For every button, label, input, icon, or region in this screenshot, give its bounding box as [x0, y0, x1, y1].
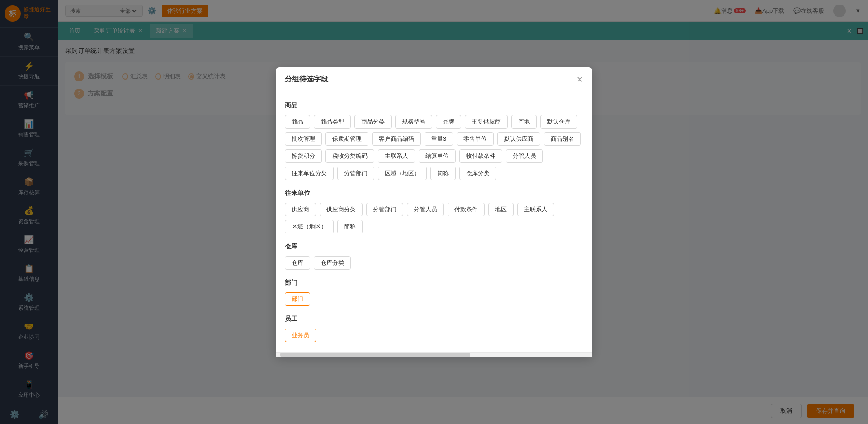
- field-chip-region-area[interactable]: 区域（地区）: [378, 167, 427, 180]
- field-chip-weight3[interactable]: 重量3: [425, 132, 453, 146]
- section-title-goods: 商品: [285, 101, 583, 110]
- field-chip-pick-points[interactable]: 拣货积分: [285, 149, 322, 163]
- field-chip-interunit-category[interactable]: 往来单位分类: [285, 167, 334, 180]
- modal-header: 分组待选字段 ✕: [276, 67, 592, 92]
- section-title-employee: 员工: [285, 315, 583, 323]
- field-chip-goods-type[interactable]: 商品类型: [314, 115, 351, 129]
- field-chip-default-warehouse[interactable]: 默认仓库: [540, 115, 577, 129]
- field-chip-manager[interactable]: 分管人员: [506, 149, 543, 163]
- field-chip-manager2[interactable]: 分管人员: [407, 203, 444, 216]
- field-chip-payment-cond[interactable]: 付款条件: [448, 203, 485, 216]
- field-grid-counterpart: 供应商供应商分类分管部门分管人员付款条件地区主联系人区域（地区）简称: [285, 203, 583, 233]
- modal-title: 分组待选字段: [285, 75, 328, 84]
- section-title-warehouse: 仓库: [285, 243, 583, 251]
- field-grid-department: 部门: [285, 292, 583, 306]
- field-chip-warehouse[interactable]: 仓库: [285, 256, 310, 270]
- field-chip-spec-type[interactable]: 规格型号: [395, 115, 432, 129]
- field-chip-main-supplier[interactable]: 主要供应商: [465, 115, 508, 129]
- section-title-counterpart: 往来单位: [285, 189, 583, 197]
- field-chip-goods-category[interactable]: 商品分类: [354, 115, 392, 129]
- field-chip-batch-mgmt[interactable]: 批次管理: [285, 132, 322, 146]
- field-chip-settlement-unit[interactable]: 结算单位: [419, 149, 456, 163]
- field-chip-region2[interactable]: 地区: [488, 203, 514, 216]
- field-chip-warehouse-cat[interactable]: 仓库分类: [314, 256, 351, 270]
- field-chip-dept-manage[interactable]: 分管部门: [337, 167, 374, 180]
- field-chip-contact-person[interactable]: 主联系人: [378, 149, 415, 163]
- field-chip-tax-code[interactable]: 税收分类编码: [326, 149, 374, 163]
- field-chip-area2[interactable]: 区域（地区）: [285, 220, 334, 233]
- field-chip-dept2[interactable]: 分管部门: [366, 203, 403, 216]
- field-chip-customer-code[interactable]: 客户商品编码: [372, 132, 421, 146]
- field-chip-salesman[interactable]: 业务员: [285, 329, 316, 342]
- modal-body[interactable]: 商品商品商品类型商品分类规格型号品牌主要供应商产地默认仓库批次管理保质期管理客户…: [276, 92, 592, 353]
- field-chip-quality-mgmt[interactable]: 保质期管理: [326, 132, 368, 146]
- modal-overlay: 分组待选字段 ✕ 商品商品商品类型商品分类规格型号品牌主要供应商产地默认仓库批次…: [0, 0, 868, 424]
- field-chip-dept[interactable]: 部门: [285, 292, 310, 306]
- field-chip-warehouse-category[interactable]: 仓库分类: [459, 167, 496, 180]
- modal-horizontal-scrollbar[interactable]: [276, 352, 592, 357]
- field-chip-default-supplier[interactable]: 默认供应商: [497, 132, 540, 146]
- field-chip-goods[interactable]: 商品: [285, 115, 310, 129]
- field-grid-warehouse: 仓库仓库分类: [285, 256, 583, 270]
- section-title-department: 部门: [285, 279, 583, 287]
- field-chip-origin[interactable]: 产地: [511, 115, 537, 129]
- field-chip-brand[interactable]: 品牌: [436, 115, 461, 129]
- modal-hscroll-thumb: [280, 353, 470, 357]
- field-chip-contact2[interactable]: 主联系人: [517, 203, 554, 216]
- field-chip-payment-terms[interactable]: 收付款条件: [459, 149, 502, 163]
- field-chip-short-name[interactable]: 简称: [430, 167, 456, 180]
- modal: 分组待选字段 ✕ 商品商品商品类型商品分类规格型号品牌主要供应商产地默认仓库批次…: [276, 67, 592, 357]
- field-chip-supplier[interactable]: 供应商: [285, 203, 316, 216]
- field-grid-employee: 业务员: [285, 329, 583, 342]
- modal-close-btn[interactable]: ✕: [576, 75, 583, 85]
- field-chip-retail-unit[interactable]: 零售单位: [457, 132, 494, 146]
- field-chip-short2[interactable]: 简称: [337, 220, 363, 233]
- field-grid-goods: 商品商品类型商品分类规格型号品牌主要供应商产地默认仓库批次管理保质期管理客户商品…: [285, 115, 583, 180]
- field-chip-supplier-category[interactable]: 供应商分类: [320, 203, 363, 216]
- field-chip-goods-alias[interactable]: 商品别名: [544, 132, 581, 146]
